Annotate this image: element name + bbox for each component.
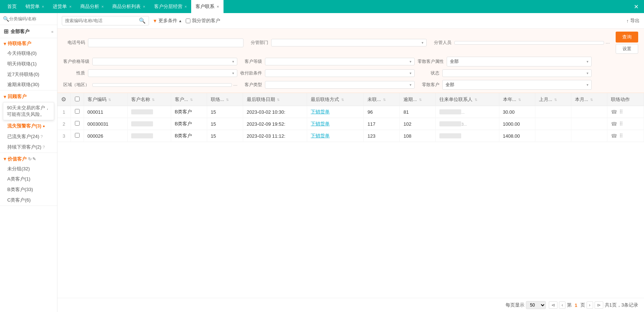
filter-status-select[interactable]: ▾ (442, 69, 592, 77)
nav-customer-tier[interactable]: 客户分层经营 × (150, 0, 191, 13)
col-last-contact-type[interactable]: 最后联络方式 ⇅ (307, 93, 364, 106)
filter-payment-select[interactable]: ▾ (265, 69, 414, 77)
filter-actions: 查询 设置 (613, 32, 638, 54)
col-last-month[interactable]: 上月... ⇅ (535, 93, 571, 106)
sidebar-item-c-class[interactable]: C类客户(6) (0, 195, 57, 206)
nav-product-analysis-list-close[interactable]: × (143, 4, 145, 9)
sidebar-all-customers[interactable]: ⊞ 全部客户 « (0, 25, 57, 38)
filter-panel: 电话号码 分管部门 ▾ 分管人员 ··· (57, 29, 644, 93)
nav-product-analysis-list[interactable]: 商品分析列表 × (108, 0, 149, 13)
row-name-1: ██████ (127, 106, 171, 118)
row-2-checkbox[interactable] (75, 121, 80, 126)
my-customers-checkbox[interactable] (186, 19, 190, 23)
first-page-button[interactable]: ⊲ (549, 301, 558, 309)
filter-person-select[interactable] (454, 41, 604, 45)
action-phone-icon-2[interactable]: ☎ (611, 121, 617, 127)
filter-customer-level-select[interactable]: ▾ (265, 58, 414, 65)
filter-person-dots[interactable]: ··· (605, 40, 610, 46)
col-settings[interactable]: ⚙ (57, 93, 71, 106)
nav-home[interactable]: 首页 (3, 0, 21, 13)
nav-customer-contact-close[interactable]: × (217, 4, 219, 9)
filter-scatter-attr-select[interactable]: 全部 ▾ (447, 57, 592, 66)
table-header-row: ⚙ 客户编码 ⇅ 客户名称 ⇅ (57, 93, 644, 106)
col-this-year[interactable]: 本年... ⇅ (499, 93, 535, 106)
sidebar-item-declining[interactable]: 持续下滑客户(2) ? (0, 142, 57, 153)
row-checkbox-1[interactable] (71, 106, 84, 118)
more-filter-button[interactable]: ▼ 更多条件 ▲ (153, 17, 182, 24)
next-page-button[interactable]: › (587, 301, 593, 309)
last-page-button[interactable]: ⊳ (595, 301, 603, 309)
action-phone-icon-1[interactable]: ☎ (611, 109, 617, 115)
sidebar-search-input[interactable] (9, 16, 57, 21)
sidebar-section-pending[interactable]: ▾ 待联络客户 (0, 38, 57, 48)
page-size-select[interactable]: 50 100 200 (526, 301, 546, 309)
contact-days-sort-icon: ⇅ (226, 98, 229, 102)
action-phone-icon-3[interactable]: ☎ (611, 133, 617, 139)
action-more-icon-2[interactable]: ⠿ (619, 121, 623, 127)
sidebar-section-value[interactable]: ▾ 价值客户 ↻ ✎ (0, 154, 57, 164)
row-3-checkbox[interactable] (75, 133, 80, 138)
sidebar-item-overdue-contact[interactable]: 逾期未联络(30) (0, 80, 57, 90)
query-button[interactable]: 查询 (616, 32, 638, 42)
value-edit-icon[interactable]: ✎ (32, 157, 36, 162)
prev-page-button[interactable]: ‹ (559, 301, 565, 309)
window-close-button[interactable]: ✕ (631, 1, 641, 12)
nav-sales-order-close[interactable]: × (42, 4, 44, 9)
row-checkbox-2[interactable] (71, 118, 84, 130)
sidebar-item-ungrouped[interactable]: 未分组(32) (0, 164, 57, 174)
row-last-type-3[interactable]: 下销货单 (307, 130, 364, 142)
filter-scatter-customer-select[interactable]: 全部 ▾ (442, 80, 592, 90)
col-name[interactable]: 客户名称 ⇅ (127, 93, 171, 106)
col-overdue[interactable]: 逾期... ⇅ (400, 93, 436, 106)
row-last-type-1[interactable]: 下销货单 (307, 106, 364, 118)
sidebar-item-tomorrow[interactable]: 明天待联络(1) (0, 59, 57, 69)
sidebar-item-a-class[interactable]: A类客户(1) (0, 174, 57, 185)
filter-region-select[interactable] (92, 83, 232, 87)
filter-price-level-select[interactable]: ▾ (92, 58, 237, 65)
nav-sales-order[interactable]: 销货单 × (21, 0, 48, 13)
action-more-icon-1[interactable]: ⠿ (619, 109, 623, 115)
col-code[interactable]: 客户编码 ⇅ (84, 93, 127, 106)
action-more-icon-3[interactable]: ⠿ (619, 133, 623, 139)
filter-region-dots[interactable]: ··· (233, 82, 238, 88)
col-contact-person[interactable]: 往来单位联系人 ⇅ (436, 93, 499, 106)
col-no-contact[interactable]: 未联... ⇅ (364, 93, 400, 106)
col-contact-days[interactable]: 联络... ⇅ (207, 93, 243, 106)
nav-purchase-order-close[interactable]: × (69, 4, 71, 9)
search-submit-icon[interactable]: 🔍 (139, 17, 146, 24)
row-this-year-1: 30.00 (499, 106, 535, 118)
filter-customer-type-select[interactable]: ▾ (265, 81, 414, 89)
col-this-month[interactable]: 本月... ⇅ (571, 93, 607, 106)
export-button[interactable]: ↑ 导出 (627, 17, 640, 24)
select-all-checkbox[interactable] (75, 97, 80, 101)
filter-price-level-field: 客户价格等级 ▾ (63, 58, 237, 65)
col-type[interactable]: 客户... ⇅ (171, 93, 207, 106)
col-last-contact-date[interactable]: 最后联络日期 ⇅ (243, 93, 307, 106)
sidebar-item-churned[interactable]: 已流失客户(24) ? (0, 131, 57, 142)
filter-person-label: 分管人员 (430, 40, 451, 46)
table-settings-icon[interactable]: ⚙ (61, 96, 66, 102)
sidebar-item-b-class[interactable]: B类客户(33) (0, 185, 57, 195)
filter-customer-level-label: 客户等级 (240, 58, 262, 65)
search-input[interactable] (65, 18, 137, 23)
row-checkbox-3[interactable] (71, 130, 84, 142)
sidebar-item-today[interactable]: 今天待联络(0) (0, 48, 57, 59)
row-last-type-2[interactable]: 下销货单 (307, 118, 364, 130)
last-month-sort-icon: ⇅ (554, 98, 557, 102)
sidebar-item-churn-warning[interactable]: 流失预警客户(3) ● (0, 121, 57, 131)
nav-purchase-order[interactable]: 进货单 × (48, 0, 76, 13)
my-customers-filter[interactable]: 我分管的客户 (186, 17, 220, 24)
col-action: 联络动作 (607, 93, 644, 106)
sidebar-section-review[interactable]: ▾ 回顾客户 (0, 91, 57, 101)
nav-customer-contact[interactable]: 客户联系 × (191, 0, 223, 13)
filter-dept-select[interactable]: ▾ (271, 39, 427, 46)
sidebar-item-7days[interactable]: 近7天待联络(0) (0, 69, 57, 80)
filter-phone-input[interactable] (88, 39, 243, 47)
nav-product-analysis[interactable]: 商品分析 × (76, 0, 108, 13)
value-refresh-icon[interactable]: ↻ (28, 157, 32, 162)
filter-nature-select[interactable]: ▾ (88, 69, 237, 77)
setting-button[interactable]: 设置 (616, 44, 638, 54)
nav-product-analysis-close[interactable]: × (101, 4, 104, 9)
nav-customer-tier-close[interactable]: × (185, 4, 187, 9)
row-1-checkbox[interactable] (75, 109, 80, 114)
